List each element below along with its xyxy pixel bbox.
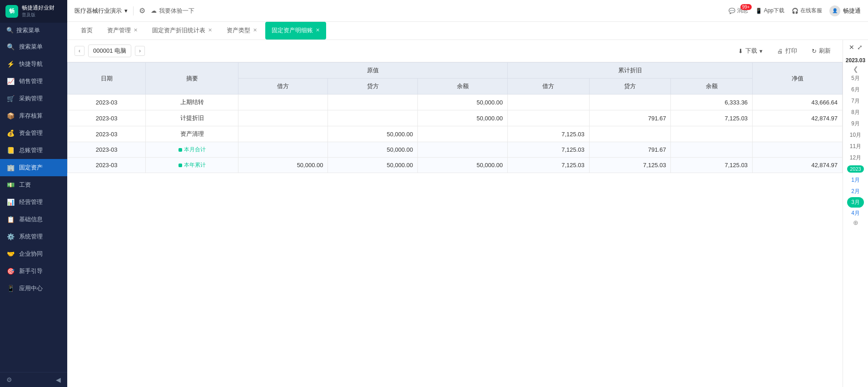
cell-net bbox=[753, 126, 843, 142]
sidebar-item-system[interactable]: ⚙️ 系统管理 bbox=[0, 228, 67, 245]
sidebar-item-label: 应用中心 bbox=[19, 284, 43, 293]
app-download-btn[interactable]: 📱 App下载 bbox=[755, 7, 784, 15]
refresh-btn[interactable]: ↻ 刷新 bbox=[807, 45, 835, 57]
month-item[interactable]: 7月 bbox=[847, 95, 863, 107]
refresh-label: 刷新 bbox=[819, 47, 831, 55]
desc-text: 计提折旧 bbox=[180, 114, 204, 121]
sidebar-item-basic-info[interactable]: 📋 基础信息 bbox=[0, 211, 67, 228]
expand-panel-btn[interactable]: ⤢ bbox=[857, 44, 863, 51]
tab-home-label: 首页 bbox=[81, 26, 93, 35]
download-btn[interactable]: ⬇ 下载 ▾ bbox=[734, 45, 767, 57]
next-asset-btn[interactable]: › bbox=[135, 46, 145, 56]
table-row: 2023-03 上期结转 50,000.00 6,333.36 43,666.6… bbox=[68, 94, 843, 110]
payroll-icon: 💵 bbox=[6, 181, 15, 189]
download-icon: ⬇ bbox=[738, 48, 743, 55]
active-month-item[interactable]: 3月 bbox=[847, 197, 863, 208]
table-row: 2023-03 计提折旧 50,000.00 791.67 7,125.03 4… bbox=[68, 110, 843, 126]
sidebar-nav: 🔍 搜索菜单 ⚡ 快捷导航 📈 销售管理 🛒 采购管理 📦 库存核算 💰 资金管… bbox=[0, 38, 67, 372]
close-icon[interactable]: ✕ bbox=[253, 27, 257, 33]
cell-date: 2023-03 bbox=[68, 142, 146, 158]
sidebar-item-label: 经营管理 bbox=[19, 198, 43, 206]
message-btn[interactable]: 💬 消息 99+ bbox=[729, 7, 748, 15]
close-icon[interactable]: ✕ bbox=[134, 27, 138, 33]
tab-depreciation-stats[interactable]: 固定资产折旧统计表 ✕ bbox=[146, 22, 218, 40]
close-icon[interactable]: ✕ bbox=[208, 27, 212, 33]
panel-down-arrow[interactable]: ⊕ bbox=[853, 219, 858, 226]
month-item[interactable]: 5月 bbox=[847, 73, 863, 84]
tab-asset-manage[interactable]: 资产管理 ✕ bbox=[101, 22, 144, 40]
panel-up-arrow[interactable]: ❮ bbox=[853, 65, 858, 73]
sidebar-item-payroll[interactable]: 💵 工资 bbox=[0, 176, 67, 194]
settings-icon[interactable]: ⚙ bbox=[139, 6, 145, 15]
desc-text: 上期结转 bbox=[180, 99, 204, 105]
cell-orig-credit bbox=[328, 94, 418, 110]
sidebar-item-label: 固定资产 bbox=[19, 164, 43, 172]
sidebar-item-label: 总账管理 bbox=[19, 146, 43, 154]
cell-date: 2023-03 bbox=[68, 126, 146, 142]
cell-dep-credit: 7,125.03 bbox=[589, 158, 671, 173]
month-item[interactable]: 11月 bbox=[847, 141, 863, 152]
company-selector[interactable]: 医疗器械行业演示 ▾ bbox=[74, 7, 128, 15]
print-btn[interactable]: 🖨 打印 bbox=[773, 45, 802, 57]
topbar-right: 💬 消息 99+ 📱 App下载 🎧 在线客服 👤 畅捷通 bbox=[729, 5, 861, 16]
dropdown-icon: ▾ bbox=[124, 7, 128, 14]
online-service-btn[interactable]: 🎧 在线客服 bbox=[792, 7, 822, 15]
tab-asset-detail[interactable]: 固定资产明细账 ✕ bbox=[265, 22, 326, 40]
month-item[interactable]: 1月 bbox=[847, 174, 863, 186]
search-icon: 🔍 bbox=[6, 27, 14, 34]
month-item[interactable]: 9月 bbox=[847, 118, 863, 129]
collapse-icon[interactable]: ◀ bbox=[56, 376, 61, 383]
settings-icon[interactable]: ⚙ bbox=[6, 376, 12, 383]
quick-nav-icon: ⚡ bbox=[6, 60, 15, 68]
sales-icon: 📈 bbox=[6, 77, 15, 85]
col-accum-dep: 累计折旧 bbox=[508, 63, 753, 79]
experience-btn[interactable]: ☁ 我要体验一下 bbox=[151, 7, 194, 15]
sidebar-item-capital[interactable]: 💰 资金管理 bbox=[0, 124, 67, 142]
tabbar: 首页 资产管理 ✕ 固定资产折旧统计表 ✕ 资产类型 ✕ 固定资产明细账 ✕ bbox=[67, 22, 868, 40]
tab-asset-type[interactable]: 资产类型 ✕ bbox=[220, 22, 263, 40]
sidebar-item-app-center[interactable]: 📱 应用中心 bbox=[0, 280, 67, 297]
month-item[interactable]: 8月 bbox=[847, 107, 863, 118]
main-content: 医疗器械行业演示 ▾ ⚙ ☁ 我要体验一下 💬 消息 99+ 📱 App下载 🎧… bbox=[67, 0, 868, 387]
col-orig-value: 原值 bbox=[238, 63, 507, 79]
month-item[interactable]: 6月 bbox=[847, 84, 863, 95]
month-item[interactable]: 4月 bbox=[847, 208, 863, 219]
search-menu[interactable]: 🔍 搜索菜单 bbox=[0, 23, 67, 38]
month-item[interactable]: 10月 bbox=[847, 129, 863, 141]
search-label: 搜索菜单 bbox=[16, 26, 40, 35]
cell-net bbox=[753, 142, 843, 158]
sidebar-item-purchase[interactable]: 🛒 采购管理 bbox=[0, 90, 67, 107]
dropdown-arrow: ▾ bbox=[759, 48, 763, 55]
sidebar-version: 普及版 bbox=[22, 12, 55, 18]
panel-controls: ✕ ⤢ bbox=[849, 44, 863, 51]
sidebar-item-operations[interactable]: 📊 经营管理 bbox=[0, 194, 67, 211]
sidebar-item-guide[interactable]: 🎯 新手引导 bbox=[0, 263, 67, 280]
cell-net: 42,874.97 bbox=[753, 110, 843, 126]
cell-orig-debit bbox=[238, 142, 328, 158]
user-menu[interactable]: 👤 畅捷通 bbox=[829, 5, 861, 16]
asset-code: 000001 电脑 bbox=[93, 47, 126, 54]
sidebar-item-sales[interactable]: 📈 销售管理 bbox=[0, 73, 67, 90]
tab-asset-manage-label: 资产管理 bbox=[107, 26, 131, 35]
sidebar-item-ledger[interactable]: 📒 总账管理 bbox=[0, 142, 67, 159]
cooperation-icon: 🤝 bbox=[6, 250, 15, 258]
cell-dep-debit bbox=[508, 110, 590, 126]
close-panel-btn[interactable]: ✕ bbox=[849, 44, 854, 51]
app-download-label: App下载 bbox=[764, 7, 784, 15]
tab-home[interactable]: 首页 bbox=[74, 22, 99, 40]
month-item[interactable]: 2月 bbox=[847, 186, 863, 197]
sidebar-item-search[interactable]: 🔍 搜索菜单 bbox=[0, 38, 67, 55]
sidebar-item-quick-nav[interactable]: ⚡ 快捷导航 bbox=[0, 55, 67, 73]
prev-asset-btn[interactable]: ‹ bbox=[74, 46, 84, 56]
cell-dep-credit: 791.67 bbox=[589, 110, 671, 126]
close-icon[interactable]: ✕ bbox=[316, 27, 320, 33]
sidebar-item-label: 搜索菜单 bbox=[19, 43, 43, 51]
sidebar-item-cooperation[interactable]: 🤝 企业协同 bbox=[0, 245, 67, 263]
sidebar-item-inventory[interactable]: 📦 库存核算 bbox=[0, 107, 67, 124]
cell-dep-balance: 6,333.36 bbox=[671, 94, 753, 110]
download-label: 下载 bbox=[745, 47, 757, 55]
month-item[interactable]: 12月 bbox=[847, 152, 863, 164]
cell-dep-balance: 7,125.03 bbox=[671, 158, 753, 173]
sidebar-item-fixed-assets[interactable]: 🏢 固定资产 bbox=[0, 159, 67, 176]
table-wrap: 日期 摘要 原值 累计折旧 净值 借方 贷方 余额 借方 贷方 余额 bbox=[67, 62, 843, 387]
